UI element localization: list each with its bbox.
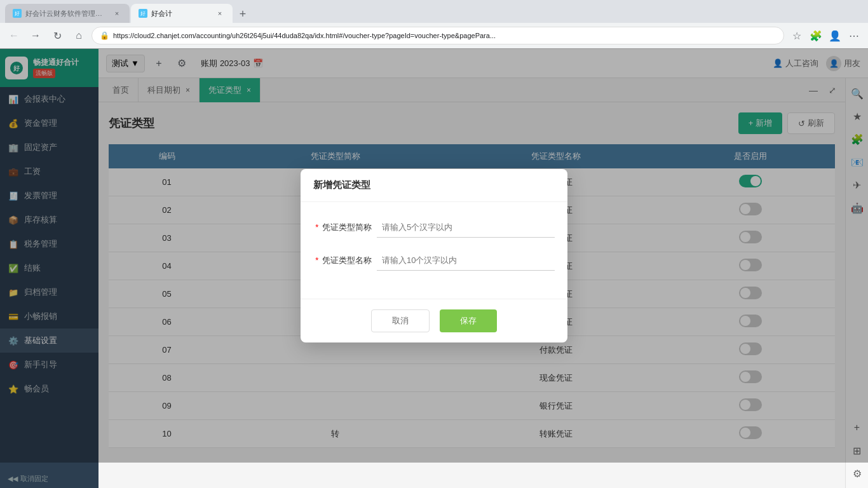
- modal-body: * 凭证类型简称 * 凭证类型名称: [301, 202, 567, 299]
- modal-footer: 取消 保存: [301, 299, 567, 342]
- add-voucher-modal: 新增凭证类型 * 凭证类型简称 * 凭证类型名称 取消: [301, 169, 567, 342]
- abbr-input[interactable]: [377, 217, 555, 238]
- more-button[interactable]: ⋯: [845, 27, 863, 44]
- extensions-button[interactable]: 🧩: [807, 27, 825, 44]
- abbr-required-mark: *: [315, 222, 318, 232]
- cancel-label: 取消: [392, 316, 409, 325]
- name-required-mark: *: [315, 255, 318, 265]
- profile-button[interactable]: 👤: [826, 27, 844, 44]
- address-bar: ← → ↻ ⌂ 🔒 https://cloud2.chanjet.com/acc…: [0, 23, 868, 48]
- modal-header: 新增凭证类型: [301, 169, 567, 202]
- modal-title: 新增凭证类型: [313, 179, 370, 191]
- collapse-label: 取消固定: [20, 474, 48, 484]
- form-row-name: * 凭证类型名称: [313, 250, 555, 271]
- tab-favicon-2: 好: [139, 9, 147, 18]
- browser-tab-1[interactable]: 好 好会计云财务软件管理系统_会计 ×: [5, 4, 130, 23]
- lock-icon: 🔒: [100, 31, 109, 40]
- name-input[interactable]: [377, 250, 555, 271]
- new-tab-button[interactable]: +: [234, 5, 252, 23]
- collapse-icon: ◀◀: [8, 475, 18, 483]
- back-button[interactable]: ←: [5, 27, 23, 44]
- save-button[interactable]: 保存: [440, 309, 497, 332]
- save-label: 保存: [460, 316, 477, 325]
- address-input[interactable]: 🔒 https://cloud2.chanjet.com/accounting/…: [92, 27, 784, 44]
- home-button[interactable]: ⌂: [70, 27, 88, 44]
- bookmark-button[interactable]: ☆: [788, 27, 806, 44]
- browser-chrome: 好 好会计云财务软件管理系统_会计 × 好 好会计 × + ← → ↻ ⌂ 🔒 …: [0, 0, 868, 49]
- refresh-button[interactable]: ↻: [48, 27, 66, 44]
- sidebar-collapse-button[interactable]: ◀◀ 取消固定: [0, 469, 98, 488]
- form-row-abbr: * 凭证类型简称: [313, 217, 555, 238]
- name-label: * 凭证类型名称: [313, 255, 377, 266]
- browser-actions: ☆ 🧩 👤 ⋯: [788, 27, 863, 44]
- tab-title-1: 好会计云财务软件管理系统_会计: [25, 9, 108, 18]
- browser-tab-2[interactable]: 好 好会计 ×: [131, 4, 233, 23]
- modal-overlay[interactable]: 新增凭证类型 * 凭证类型简称 * 凭证类型名称 取消: [0, 48, 868, 463]
- tab-title-2: 好会计: [151, 9, 172, 18]
- tab-close-1[interactable]: ×: [112, 8, 122, 18]
- cancel-button[interactable]: 取消: [371, 309, 430, 332]
- abbr-label: * 凭证类型简称: [313, 222, 377, 233]
- forward-button[interactable]: →: [27, 27, 44, 44]
- address-text: https://cloud2.chanjet.com/accounting/uh…: [113, 32, 496, 39]
- tab-favicon-1: 好: [13, 9, 22, 18]
- right-gear-icon[interactable]: ⚙: [847, 463, 867, 484]
- tab-bar: 好 好会计云财务软件管理系统_会计 × 好 好会计 × +: [0, 0, 868, 23]
- tab-close-2[interactable]: ×: [215, 8, 225, 18]
